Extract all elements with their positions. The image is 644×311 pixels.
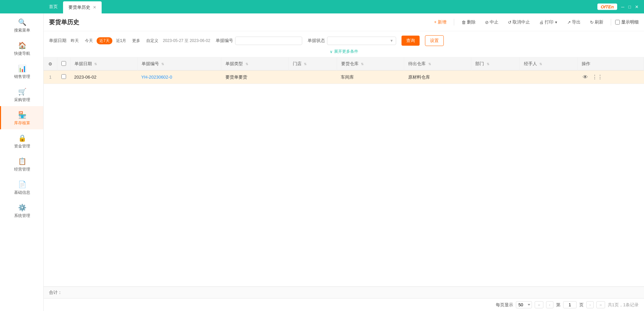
col-pending-warehouse-sort-icon[interactable]: ⇅ (428, 62, 431, 66)
row-doctype-cell: 要货单要货 (221, 71, 288, 84)
docno-input[interactable] (235, 37, 302, 45)
row-date-value: 2023-06-02 (74, 75, 97, 80)
col-handler: 经手人 ⇅ (520, 57, 577, 71)
date-btn-custom[interactable]: 自定义 (144, 37, 161, 44)
col-store-sort-icon[interactable]: ⇅ (304, 62, 307, 66)
print-button[interactable]: 🖨 打印 ▼ (536, 17, 561, 27)
toolbar: + 新增 🗑 删除 ⊘ 中止 ↺ 取消中止 🖨 (431, 17, 639, 27)
maximize-btn[interactable]: □ (628, 4, 631, 9)
col-pending-warehouse-label: 待出仓库 (408, 61, 426, 66)
often-badge[interactable]: OfTEn (597, 4, 617, 10)
page-size-select[interactable]: 50 10 20 100 (516, 301, 532, 308)
col-store-label: 门店 (293, 61, 302, 66)
sidebar-item-system-label: 系统管理 (14, 213, 30, 219)
export-button[interactable]: ↗ 导出 (564, 17, 584, 27)
display-detail-toggle[interactable]: 显示明细 (615, 19, 639, 25)
row-req-warehouse-value: 车间库 (341, 75, 354, 80)
row-docno-link[interactable]: YH-20230602-0 (141, 75, 172, 80)
tab-home[interactable]: 首页 (44, 0, 63, 13)
minimize-btn[interactable]: ─ (621, 4, 624, 9)
sidebar-item-search-label: 搜索菜单 (14, 28, 30, 33)
col-handler-sort-icon[interactable]: ⇅ (539, 62, 542, 66)
close-btn[interactable]: ✕ (635, 4, 639, 9)
col-doctype-sort-icon[interactable]: ⇅ (246, 62, 248, 66)
row-pending-warehouse-value: 原材料仓库 (408, 75, 430, 80)
date-btn-today[interactable]: 今天 (83, 37, 95, 44)
row-view-button[interactable]: 👁 (581, 74, 589, 81)
stop-button[interactable]: ⊘ 中止 (482, 17, 502, 27)
col-checkbox (57, 57, 70, 71)
purchase-icon: 🛒 (18, 88, 26, 96)
sidebar-item-quick-nav[interactable]: 🏠 快捷导航 (0, 37, 43, 60)
display-detail-checkbox[interactable] (615, 20, 620, 25)
row-date-cell: 2023-06-02 (70, 71, 137, 84)
filter-area: 单据日期 昨天 今天 近7天 近1月 更多 自定义 2023-05-27 至 2… (44, 31, 644, 57)
pagination-page-input[interactable]: 1 (563, 301, 577, 308)
stop-icon: ⊘ (485, 20, 489, 25)
date-btn-last1month[interactable]: 近1月 (114, 37, 129, 44)
status-filter-group: 单据状态 ▼ (308, 37, 396, 45)
pagination-last-btn[interactable]: » (596, 301, 605, 308)
col-docno: 单据编号 ⇅ (137, 57, 221, 71)
cancel-stop-label: 取消中止 (513, 19, 530, 25)
window-controls: OfTEn ─ □ ✕ (597, 4, 639, 10)
date-btn-yesterday[interactable]: 昨天 (68, 37, 81, 44)
tab-requisition-history[interactable]: 要货单历史 ✕ (63, 1, 102, 13)
col-department-sort-icon[interactable]: ⇅ (487, 62, 489, 66)
page-title: 要货单历史 (49, 18, 79, 26)
pagination-first-btn[interactable]: « (535, 301, 543, 308)
date-quick-btns: 昨天 今天 近7天 近1月 更多 自定义 (68, 37, 161, 44)
expand-filter-button[interactable]: ∨ 展开更多条件 (330, 49, 358, 54)
col-docno-label: 单据编号 (142, 61, 159, 66)
sidebar-item-purchase[interactable]: 🛒 采购管理 (0, 83, 43, 106)
row-action-cell: 👁 ⋮⋮ (577, 71, 644, 84)
sidebar-item-search-menu[interactable]: 🔍 搜索菜单 (0, 13, 43, 37)
select-all-checkbox[interactable] (61, 61, 66, 66)
column-settings-icon[interactable]: ⚙ (48, 61, 52, 66)
pagination-bar: 每页显示 50 10 20 100 « ‹ 第 1 页 › » 共1页，1条记录 (44, 298, 644, 311)
sidebar-item-system[interactable]: ⚙️ 系统管理 (0, 199, 43, 222)
tab-close-icon[interactable]: ✕ (93, 5, 96, 10)
sidebar-item-finance[interactable]: 🔒 资金管理 (0, 129, 43, 152)
refresh-button[interactable]: ↻ 刷新 (587, 17, 607, 27)
docno-filter-label: 单据编号 (216, 38, 233, 44)
sidebar-item-purchase-label: 采购管理 (14, 97, 30, 103)
display-detail-label: 显示明细 (621, 19, 639, 25)
sidebar-item-operations[interactable]: 📋 经营管理 (0, 152, 43, 176)
sidebar-item-inventory[interactable]: 🏪 库存核算 (0, 106, 43, 129)
page-header: 要货单历史 + 新增 🗑 删除 ⊘ 中止 ↺ 取消中止 (44, 13, 644, 31)
inventory-icon: 🏪 (18, 111, 26, 119)
export-icon: ↗ (567, 20, 571, 25)
query-button[interactable]: 查询 (401, 36, 420, 46)
pagination-prev-btn[interactable]: ‹ (546, 301, 553, 308)
col-date-sort-icon[interactable]: ⇅ (94, 62, 97, 66)
print-chevron-icon: ▼ (554, 20, 558, 24)
row-doctype-value: 要货单要货 (225, 75, 247, 80)
status-dropdown-icon[interactable]: ▼ (390, 39, 393, 43)
col-action-label: 操作 (582, 61, 590, 66)
table-row: 1 2023-06-02 YH-20230602-0 (44, 71, 644, 84)
col-req-warehouse-sort-icon[interactable]: ⇅ (361, 62, 364, 66)
sidebar-item-sales[interactable]: 📊 销售管理 (0, 60, 43, 83)
status-input[interactable] (327, 37, 396, 45)
table-wrapper: ⚙ 单据日期 ⇅ 单据编号 ⇅ (44, 57, 644, 286)
add-button[interactable]: + 新增 (431, 17, 450, 27)
date-btn-more[interactable]: 更多 (130, 37, 143, 44)
sidebar-item-sales-label: 销售管理 (14, 74, 30, 80)
sidebar-item-basic-info[interactable]: 📄 基础信息 (0, 176, 43, 199)
date-btn-last7days[interactable]: 近7天 (97, 37, 112, 44)
pagination-page-label: 第 (556, 302, 560, 308)
delete-button[interactable]: 🗑 删除 (458, 17, 479, 27)
row-more-button[interactable]: ⋮⋮ (591, 73, 604, 81)
col-docno-sort-icon[interactable]: ⇅ (161, 62, 164, 66)
col-store: 门店 ⇅ (288, 57, 337, 71)
refresh-label: 刷新 (595, 19, 603, 25)
cancel-stop-button[interactable]: ↺ 取消中止 (504, 17, 533, 27)
requisition-table: ⚙ 单据日期 ⇅ 单据编号 ⇅ (44, 57, 644, 84)
pagination-next-btn[interactable]: › (586, 301, 594, 308)
settings-button[interactable]: 设置 (425, 35, 444, 46)
row-checkbox[interactable] (61, 74, 66, 79)
summary-label: 合计： (49, 290, 62, 295)
col-action: 操作 (577, 57, 644, 71)
sales-icon: 📊 (18, 64, 26, 73)
